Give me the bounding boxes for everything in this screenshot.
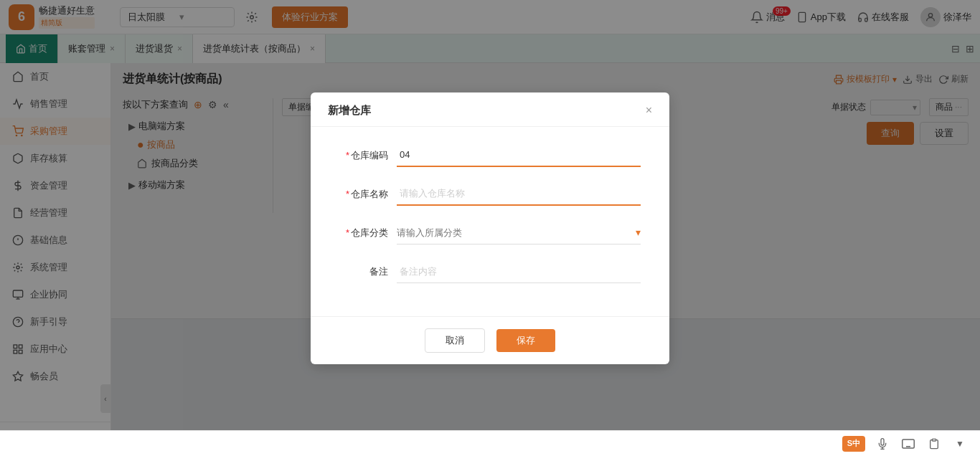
keyboard-icon[interactable]	[900, 435, 917, 452]
dialog-body: 仓库编码 仓库名称 仓库分类 ▾ 备注	[311, 127, 669, 316]
bottom-bar: S中 ▼	[0, 430, 980, 456]
microphone-icon[interactable]	[874, 435, 891, 452]
form-row-code: 仓库编码	[339, 144, 641, 167]
form-row-note: 备注	[339, 260, 641, 283]
clipboard-icon[interactable]	[925, 435, 943, 452]
dialog-footer: 取消 保存	[311, 316, 669, 364]
add-warehouse-dialog: 新增仓库 × 仓库编码 仓库名称 仓库分类 ▾	[311, 92, 669, 364]
dialog-title: 新增仓库	[328, 104, 371, 118]
code-input[interactable]	[397, 144, 641, 167]
dialog-close-icon[interactable]: ×	[646, 104, 652, 117]
cancel-button[interactable]: 取消	[425, 328, 485, 353]
form-row-category: 仓库分类 ▾	[339, 222, 641, 244]
category-input[interactable]	[397, 227, 636, 238]
name-input[interactable]	[397, 183, 641, 206]
dialog-header: 新增仓库 ×	[311, 92, 669, 127]
note-label: 备注	[339, 265, 388, 278]
modal-overlay[interactable]: 新增仓库 × 仓库编码 仓库名称 仓库分类 ▾	[0, 0, 980, 456]
save-button[interactable]: 保存	[496, 329, 555, 352]
code-label: 仓库编码	[339, 149, 388, 162]
sougou-icon[interactable]: S中	[842, 436, 865, 452]
svg-rect-38	[932, 439, 936, 441]
category-dropdown-icon: ▾	[636, 227, 641, 238]
category-label: 仓库分类	[339, 227, 388, 239]
form-row-name: 仓库名称	[339, 183, 641, 206]
name-label: 仓库名称	[339, 188, 388, 201]
note-input[interactable]	[397, 260, 641, 283]
category-select[interactable]: ▾	[397, 222, 641, 244]
dropdown-icon[interactable]: ▼	[951, 435, 969, 452]
